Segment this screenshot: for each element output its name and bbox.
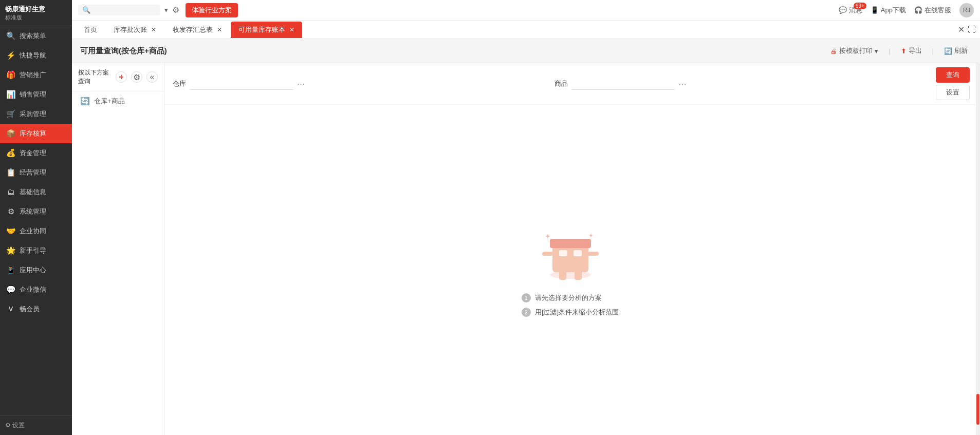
setting-btn[interactable]: 设置 (936, 85, 970, 100)
inventory-icon: 📦 (6, 129, 15, 138)
tab-available-close[interactable]: ✕ (289, 26, 294, 33)
right-scrollbar[interactable] (976, 63, 980, 435)
tab-batch-close[interactable]: ✕ (151, 26, 156, 33)
enterprise-icon: 🤝 (6, 226, 15, 236)
sidebar-item-basic[interactable]: 🗂 基础信息 (0, 182, 72, 202)
query-area: 仓库 ··· 商品 ··· 查询 设置 (164, 63, 976, 435)
sidebar-item-search[interactable]: 🔍 搜索菜单 (0, 26, 72, 46)
print-btn[interactable]: 🖨 按模板打印 ▾ (826, 44, 882, 58)
online-service-label: 在线客服 (924, 6, 951, 15)
message-badge: 99+ (854, 3, 866, 9)
goods-filter-input[interactable] (572, 78, 675, 90)
query-btn[interactable]: 查询 (936, 67, 970, 83)
app-download-icon: 📱 (871, 6, 879, 14)
export-btn[interactable]: ⬆ 导出 (897, 44, 926, 58)
tab-summary[interactable]: 收发存汇总表 ✕ (165, 22, 230, 38)
sidebar-header: 畅康通好生意 标准版 (0, 0, 72, 26)
topbar: 🔍 ▾ ⚙ 体验行业方案 💬 消息 99+ 📱 App下载 🎧 在线客服 Rit (72, 0, 980, 21)
scheme-panel: 按以下方案查询 + ⚙ « 🔄 仓库+商品 (72, 63, 164, 435)
avatar-text: Rit (963, 7, 971, 14)
refresh-btn[interactable]: 🔄 刷新 (940, 44, 972, 58)
sidebar-item-purchase[interactable]: 🛒 采购管理 (0, 104, 72, 124)
svg-rect-1 (552, 244, 588, 272)
warehouse-filter-group: 仓库 ··· (173, 78, 546, 90)
export-icon: ⬆ (901, 47, 907, 55)
sidebar-item-guide[interactable]: 🌟 新手引导 (0, 241, 72, 260)
tab-batch[interactable]: 库存批次账 ✕ (106, 22, 164, 38)
trial-btn[interactable]: 体验行业方案 (186, 3, 238, 17)
svg-rect-8 (575, 271, 582, 280)
page-actions: 🖨 按模板打印 ▾ | ⬆ 导出 | 🔄 刷新 (826, 44, 972, 58)
tab-available[interactable]: 可用量库存账本 ✕ (231, 22, 302, 38)
print-icon: 🖨 (830, 47, 837, 55)
sidebar-item-system[interactable]: ⚙ 系统管理 (0, 202, 72, 221)
warehouse-filter-input[interactable] (190, 78, 293, 90)
svg-text:✦: ✦ (588, 232, 594, 239)
refresh-label: 刷新 (954, 46, 968, 55)
sidebar-item-member[interactable]: V 畅会员 (0, 299, 72, 319)
tip-item-1: 1 请先选择要分析的方案 (522, 293, 619, 302)
sidebar-item-operation[interactable]: 📋 经营管理 (0, 163, 72, 182)
scrollbar-handle[interactable] (976, 394, 979, 425)
search-icon: 🔍 (6, 31, 15, 41)
tab-fullscreen-icon[interactable]: ⛶ (968, 25, 976, 34)
empty-illustration: ✦ ✦ (540, 223, 601, 285)
app-name: 畅康通好生意 (5, 5, 67, 14)
sidebar-label-search: 搜索菜单 (20, 31, 46, 41)
tab-home[interactable]: 首页 (76, 22, 105, 38)
sidebar-item-wechat[interactable]: 💬 企业微信 (0, 280, 72, 299)
scheme-settings-btn[interactable]: ⚙ (131, 71, 142, 83)
goods-filter-dots[interactable]: ··· (679, 79, 687, 89)
scheme-item-warehouse-goods[interactable]: 🔄 仓库+商品 (72, 91, 164, 111)
online-service-item[interactable]: 🎧 在线客服 (914, 6, 951, 15)
scheme-label: 仓库+商品 (94, 97, 125, 106)
user-area[interactable]: Rit (959, 3, 974, 17)
sidebar-label-inventory: 库存核算 (20, 129, 46, 138)
tab-summary-close[interactable]: ✕ (217, 26, 222, 33)
main-area: 🔍 ▾ ⚙ 体验行业方案 💬 消息 99+ 📱 App下载 🎧 在线客服 Rit (72, 0, 980, 435)
warehouse-filter-dots[interactable]: ··· (297, 79, 305, 89)
app-download-item[interactable]: 📱 App下载 (871, 6, 906, 15)
page-title: 可用量查询(按仓库+商品) (80, 46, 167, 56)
sidebar-item-finance[interactable]: 💰 资金管理 (0, 143, 72, 163)
wechat-icon: 💬 (6, 285, 15, 294)
sidebar-label-wechat: 企业微信 (20, 285, 46, 294)
tab-close-all-icon[interactable]: ✕ (958, 25, 965, 34)
empty-tips: 1 请先选择要分析的方案 2 用[过滤]条件来缩小分析范围 (522, 293, 619, 317)
sidebar-label-basic: 基础信息 (20, 187, 46, 197)
sidebar-item-inventory[interactable]: 📦 库存核算 (0, 124, 72, 143)
tip-text-1: 请先选择要分析的方案 (535, 293, 602, 302)
system-icon: ⚙ (6, 207, 15, 216)
sidebar-item-appcenter[interactable]: 📱 应用中心 (0, 260, 72, 280)
svg-rect-5 (542, 252, 553, 256)
sidebar-item-sales[interactable]: 📊 销售管理 (0, 85, 72, 104)
svg-text:✦: ✦ (545, 232, 551, 240)
query-buttons: 查询 设置 (936, 63, 976, 104)
sidebar-item-enterprise[interactable]: 🤝 企业协同 (0, 221, 72, 241)
topbar-search-icon: 🔍 (82, 6, 90, 14)
svg-rect-2 (550, 239, 591, 248)
sidebar-item-marketing[interactable]: 🎁 营销推广 (0, 65, 72, 85)
sidebar-item-shortcut[interactable]: ⚡ 快捷导航 (0, 46, 72, 65)
topbar-search-input[interactable] (94, 7, 150, 14)
operation-icon: 📋 (6, 168, 15, 177)
topbar-gear-icon[interactable]: ⚙ (172, 5, 179, 15)
message-item[interactable]: 💬 消息 99+ (839, 6, 862, 15)
warehouse-filter-label: 仓库 (173, 79, 186, 88)
topbar-search-area[interactable]: 🔍 (78, 5, 160, 15)
scheme-collapse-btn[interactable]: « (146, 71, 158, 83)
scheme-add-btn[interactable]: + (116, 71, 127, 83)
sidebar-label-operation: 经营管理 (20, 168, 46, 177)
sidebar-label-marketing: 营销推广 (20, 70, 46, 80)
goods-filter-group: 商品 ··· (554, 78, 928, 90)
headset-icon: 🎧 (914, 6, 922, 14)
tab-batch-label: 库存批次账 (114, 25, 147, 34)
basic-icon: 🗂 (6, 187, 15, 196)
svg-rect-6 (587, 252, 599, 256)
sidebar-footer[interactable]: ⚙ 设置 (0, 415, 72, 435)
empty-state: ✦ ✦ 1 请先选择要分析的方案 2 用[过滤]条件来缩小分析范围 (164, 105, 976, 435)
sidebar-scroll: 🔍 搜索菜单 ⚡ 快捷导航 🎁 营销推广 📊 销售管理 🛒 采购管理 📦 库存核… (0, 26, 72, 415)
topbar-dropdown-icon[interactable]: ▾ (164, 6, 168, 14)
tab-home-label: 首页 (84, 25, 97, 34)
tip-num-2: 2 (522, 308, 531, 317)
